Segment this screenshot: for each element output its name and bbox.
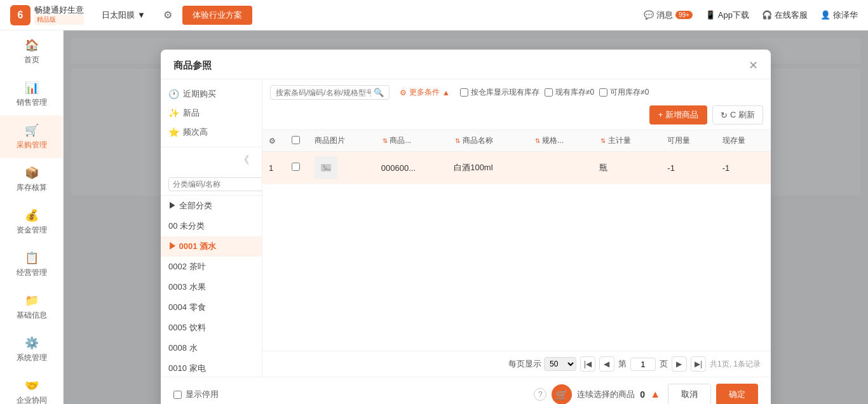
footer-center: ? 🛒 连续选择的商品 0 ▲ bbox=[534, 384, 660, 404]
high-frequency-label: 频次高 bbox=[183, 126, 208, 138]
category-beverage[interactable]: 0005 饮料 bbox=[161, 318, 262, 338]
sidebar-item-finance[interactable]: 💰 资金管理 bbox=[0, 201, 63, 243]
table-row[interactable]: 1 bbox=[262, 152, 771, 184]
sidebar-item-label: 企业协同 bbox=[17, 395, 47, 404]
purchase-icon: 🛒 bbox=[25, 123, 39, 137]
messages-nav-item[interactable]: 💬 消息 99+ bbox=[644, 10, 693, 21]
nav-selector[interactable]: 日太阳膜 ▼ bbox=[94, 7, 153, 24]
col-unit[interactable]: ⇅ 主计量 bbox=[593, 130, 661, 152]
add-product-button[interactable]: + 新增商品 bbox=[649, 105, 707, 125]
col-checkbox[interactable] bbox=[285, 130, 308, 152]
sidebar-item-system[interactable]: ⚙️ 系统管理 bbox=[0, 328, 63, 371]
sidebar-item-basic-info[interactable]: 📁 基础信息 bbox=[0, 286, 63, 328]
current-stock-checkbox[interactable] bbox=[545, 88, 553, 97]
trial-button[interactable]: 体验行业方案 bbox=[182, 6, 252, 25]
last-page-button[interactable]: ▶| bbox=[691, 356, 706, 372]
cell-checkbox[interactable] bbox=[285, 152, 308, 184]
svg-point-1 bbox=[323, 165, 325, 168]
high-frequency-item[interactable]: ⭐ 频次高 bbox=[161, 123, 262, 142]
new-product-label: 新品 bbox=[183, 107, 200, 119]
confirm-button[interactable]: 确定 bbox=[716, 384, 758, 404]
sidebar-item-operations[interactable]: 📋 经营管理 bbox=[0, 243, 63, 286]
category-liquor-label: ▶ 0001 酒水 bbox=[168, 241, 216, 252]
category-liquor[interactable]: ▶ 0001 酒水 bbox=[161, 236, 262, 257]
select-all-checkbox[interactable] bbox=[292, 136, 300, 144]
gear-icon[interactable]: ⚙ bbox=[163, 9, 172, 21]
table-settings-icon[interactable]: ⚙ bbox=[269, 137, 276, 145]
cart-count: 0 bbox=[640, 389, 645, 400]
category-water[interactable]: 0008 水 bbox=[161, 338, 262, 358]
category-snack[interactable]: 0004 零食 bbox=[161, 297, 262, 318]
more-filter-button[interactable]: ⚙ 更多条件 ▲ bbox=[395, 84, 455, 100]
recent-purchase-item[interactable]: 🕐 近期购买 bbox=[161, 84, 262, 104]
cell-stock: -1 bbox=[716, 152, 771, 184]
category-all-label: ▶ 全部分类 bbox=[168, 200, 212, 212]
category-panel: 🕐 近期购买 ✨ 新品 ⭐ 频次高 bbox=[161, 79, 262, 377]
sidebar-item-label: 经营管理 bbox=[17, 267, 47, 278]
product-table: ⚙ 商品图片 bbox=[262, 130, 771, 184]
refresh-icon: ↻ bbox=[721, 111, 728, 120]
category-unclassified-label: 00 未分类 bbox=[168, 220, 205, 232]
show-disabled-checkbox[interactable] bbox=[173, 391, 182, 399]
sidebar-item-enterprise[interactable]: 🤝 企业协同 bbox=[0, 371, 63, 404]
col-name[interactable]: ⇅ 商品名称 bbox=[447, 130, 527, 152]
sidebar-item-purchase[interactable]: 🛒 采购管理 bbox=[0, 116, 63, 158]
message-icon: 💬 bbox=[644, 10, 654, 20]
modal-title: 商品参照 bbox=[173, 60, 212, 72]
next-page-button[interactable]: ▶ bbox=[672, 356, 687, 372]
category-appliance[interactable]: 0010 家电 bbox=[161, 358, 262, 377]
nonzero-available-stock-filter[interactable]: 可用库存≠0 bbox=[599, 87, 649, 98]
sidebar-item-inventory[interactable]: 📦 库存核算 bbox=[0, 158, 63, 201]
nonzero-current-stock-filter[interactable]: 现有库存≠0 bbox=[545, 87, 594, 98]
cancel-button[interactable]: 取消 bbox=[668, 384, 711, 404]
help-icon[interactable]: ? bbox=[534, 388, 546, 401]
footer-collapse-button[interactable]: ▲ bbox=[650, 389, 660, 400]
page-size-dropdown[interactable]: 50 10 20 100 bbox=[544, 357, 576, 371]
product-search-wrap: 🔍 bbox=[270, 85, 390, 100]
refresh-button[interactable]: ↻ C 刷新 bbox=[712, 105, 763, 125]
category-search-input[interactable] bbox=[168, 177, 262, 191]
pagination-bar: 每页显示 50 10 20 100 |◀ ◀ 第 bbox=[262, 351, 771, 377]
sidebar-item-label: 销售管理 bbox=[17, 97, 47, 108]
product-search-input[interactable] bbox=[276, 88, 371, 97]
sidebar-item-sales[interactable]: 📊 销售管理 bbox=[0, 73, 63, 116]
cell-unit: 瓶 bbox=[593, 152, 661, 184]
product-reference-modal: 商品参照 ✕ 🕐 近期购买 ✨ bbox=[161, 50, 771, 404]
sidebar: 🏠 首页 📊 销售管理 🛒 采购管理 📦 库存核算 💰 资金管理 📋 经营管理 … bbox=[0, 30, 64, 404]
col-spec[interactable]: ⇅ 规格... bbox=[527, 130, 593, 152]
modal-close-button[interactable]: ✕ bbox=[749, 58, 758, 72]
col-code[interactable]: ⇅ 商品... bbox=[375, 130, 447, 152]
app-download-nav-item[interactable]: 📱 App下载 bbox=[705, 10, 749, 21]
first-page-button[interactable]: |◀ bbox=[580, 356, 595, 372]
clock-icon: 🕐 bbox=[168, 89, 179, 99]
show-disabled-label[interactable]: 显示停用 bbox=[173, 389, 219, 400]
category-all[interactable]: ▶ 全部分类 bbox=[161, 196, 262, 216]
top-nav: 6 畅捷通好生意 精品版 日太阳膜 ▼ ⚙ 体验行业方案 💬 消息 99+ 📱 … bbox=[0, 0, 868, 30]
show-stock-checkbox[interactable] bbox=[460, 88, 468, 97]
phone-icon: 📱 bbox=[705, 10, 715, 20]
panel-collapse-button[interactable]: 《 bbox=[231, 150, 257, 171]
category-fruit[interactable]: 0003 水果 bbox=[161, 277, 262, 297]
cell-name: 白酒100ml bbox=[447, 152, 527, 184]
system-icon: ⚙️ bbox=[25, 336, 39, 350]
new-product-item[interactable]: ✨ 新品 bbox=[161, 104, 262, 123]
category-unclassified[interactable]: 00 未分类 bbox=[161, 216, 262, 236]
show-stock-by-warehouse-filter[interactable]: 按仓库显示现有库存 bbox=[460, 87, 539, 98]
modal-body: 🕐 近期购买 ✨ 新品 ⭐ 频次高 bbox=[161, 79, 771, 377]
category-tea[interactable]: 0002 茶叶 bbox=[161, 257, 262, 277]
avatar: 👤 bbox=[820, 10, 831, 20]
prev-page-button[interactable]: ◀ bbox=[599, 356, 614, 372]
user-nav-item[interactable]: 👤 徐泽华 bbox=[820, 10, 858, 21]
category-fruit-label: 0003 水果 bbox=[168, 281, 206, 293]
page-number-input[interactable] bbox=[630, 358, 656, 371]
row-checkbox[interactable] bbox=[292, 163, 300, 171]
col-settings[interactable]: ⚙ bbox=[262, 130, 285, 152]
search-icon[interactable]: 🔍 bbox=[374, 88, 384, 97]
sidebar-item-home[interactable]: 🏠 首页 bbox=[0, 30, 63, 73]
home-icon: 🏠 bbox=[25, 38, 39, 52]
page-info: 共1页, 1条记录 bbox=[710, 359, 761, 370]
online-service-nav-item[interactable]: 🎧 在线客服 bbox=[762, 10, 808, 21]
category-snack-label: 0004 零食 bbox=[168, 302, 206, 313]
available-stock-checkbox[interactable] bbox=[599, 88, 607, 97]
sidebar-item-label: 系统管理 bbox=[17, 353, 47, 363]
